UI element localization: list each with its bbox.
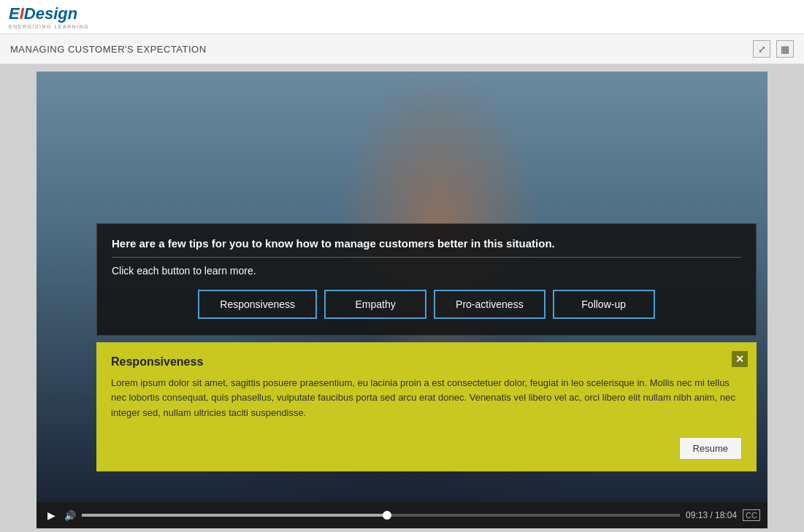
tips-headline: Here are a few tips for you to know how …	[112, 237, 741, 258]
resume-button[interactable]: Resume	[679, 437, 742, 460]
title-bar-icons: ⤢ ▦	[753, 40, 794, 58]
info-panel: ✕ Responsiveness Lorem ipsum dolor sit a…	[96, 342, 757, 471]
info-panel-body: Lorem ipsum dolor sit amet, sagittis pos…	[111, 376, 742, 421]
btn-followup[interactable]: Follow-up	[553, 290, 655, 319]
tip-buttons-row: Responsiveness Empathy Pro-activeness Fo…	[112, 290, 741, 319]
cc-button[interactable]: CC	[743, 509, 760, 521]
play-button[interactable]: ▶	[44, 509, 58, 521]
logo: EI Design ENERGISING LEARNING	[9, 4, 89, 29]
page-wrapper: EI Design ENERGISING LEARNING MANAGING C…	[0, 0, 804, 532]
info-panel-title: Responsiveness	[111, 355, 742, 369]
title-bar: MANAGING CUSTOMER'S EXPECTATION ⤢ ▦	[0, 34, 804, 64]
page-title: MANAGING CUSTOMER'S EXPECTATION	[10, 44, 207, 55]
volume-button[interactable]: 🔊	[64, 510, 76, 521]
progress-fill	[82, 514, 387, 517]
close-button[interactable]: ✕	[732, 351, 748, 367]
video-controls: ▶ 🔊 09:13 / 18:04 CC	[37, 502, 767, 528]
progress-thumb	[383, 511, 391, 520]
logo-image: EI Design	[9, 4, 77, 23]
btn-proactiveness[interactable]: Pro-activeness	[434, 290, 545, 319]
header: EI Design ENERGISING LEARNING	[0, 0, 804, 34]
grid-view-icon[interactable]: ▦	[776, 40, 794, 58]
tips-overlay: Here are a few tips for you to know how …	[96, 223, 757, 336]
logo-ei-text: EI	[9, 4, 24, 23]
logo-tagline: ENERGISING LEARNING	[9, 24, 89, 29]
video-scene: Here are a few tips for you to know how …	[37, 72, 767, 502]
progress-bar[interactable]	[82, 514, 680, 517]
tips-subline: Click each button to learn more.	[112, 265, 741, 277]
time-display: 09:13 / 18:04	[686, 510, 737, 520]
external-link-icon[interactable]: ⤢	[753, 40, 770, 58]
btn-empathy[interactable]: Empathy	[324, 290, 426, 319]
logo-design-text: Design	[24, 4, 77, 23]
video-container: Here are a few tips for you to know how …	[37, 72, 767, 528]
btn-responsiveness[interactable]: Responsiveness	[198, 290, 317, 319]
